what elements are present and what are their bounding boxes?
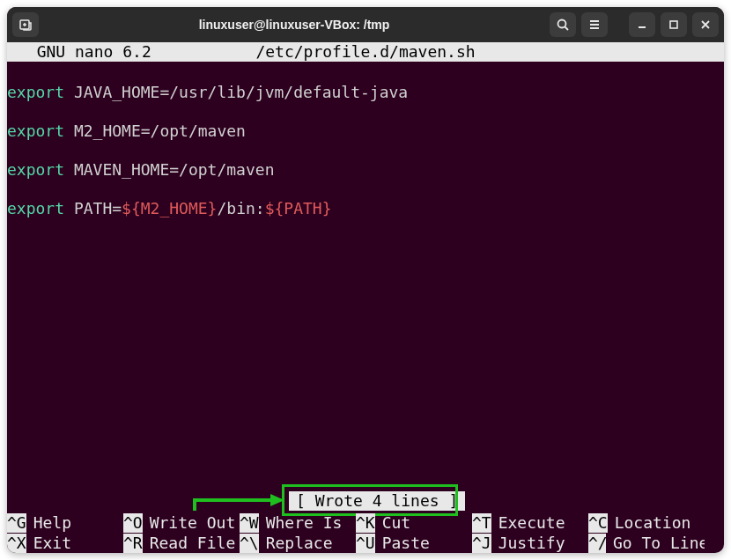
status-message: [ Wrote 4 lines ] — [289, 491, 465, 511]
shortcut-where-is[interactable]: ^WWhere Is — [240, 512, 356, 533]
shortcut-location[interactable]: ^CLocation — [588, 512, 705, 533]
status-row: [ Wrote 4 lines ] — [7, 491, 724, 512]
new-tab-button[interactable] — [12, 12, 39, 37]
nano-header: GNU nano 6.2 /etc/profile.d/maven.sh GNU… — [7, 42, 724, 62]
shortcut-justify[interactable]: ^JJustify — [472, 533, 588, 553]
shortcut-label: Justify — [491, 534, 565, 553]
shortcut-label: Paste — [375, 534, 430, 553]
shortcut-key: ^W — [240, 513, 259, 533]
shortcut-key: ^J — [472, 534, 491, 553]
shortcut-label: Execute — [491, 513, 565, 533]
shortcut-key: ^C — [588, 513, 608, 533]
close-button[interactable] — [692, 12, 719, 37]
shortcut-exit[interactable]: ^XExit — [7, 533, 123, 553]
shortcut-key: ^X — [7, 534, 26, 553]
shortcut-read-file[interactable]: ^RRead File — [123, 533, 240, 553]
terminal-window: linuxuser@linuxuser-VBox: /tmp — [7, 7, 724, 553]
shortcut-key: ^R — [123, 534, 143, 553]
titlebar: linuxuser@linuxuser-VBox: /tmp — [7, 7, 724, 42]
shortcut-key: ^G — [7, 513, 26, 533]
shortcut-key: ^K — [356, 513, 375, 533]
shortcut-help[interactable]: ^GHelp — [7, 512, 123, 533]
shortcut-label: Read File — [143, 534, 236, 553]
shortcut-key: ^O — [123, 513, 143, 533]
svg-point-1 — [558, 20, 566, 28]
shortcut-replace[interactable]: ^\Replace — [240, 533, 356, 553]
shortcut-paste[interactable]: ^UPaste — [356, 533, 472, 553]
shortcut-label: Cut — [375, 513, 411, 533]
window-title: linuxuser@linuxuser-VBox: /tmp — [39, 18, 550, 32]
maximize-button[interactable] — [661, 12, 687, 37]
nano-shortcuts: ^GHelp^OWrite Out^WWhere Is^KCut^TExecut… — [7, 512, 724, 553]
shortcut-label: Location — [608, 513, 691, 533]
code-line: export M2_HOME=/opt/maven — [7, 122, 724, 141]
shortcut-label: Go To Line — [606, 534, 705, 553]
shortcut-write-out[interactable]: ^OWrite Out — [123, 512, 240, 533]
code-line: export MAVEN_HOME=/opt/maven — [7, 160, 724, 180]
file-contents[interactable]: export JAVA_HOME=/usr/lib/jvm/default-ja… — [7, 62, 724, 257]
shortcut-label: Exit — [26, 534, 71, 553]
shortcut-label: Write Out — [143, 513, 236, 533]
shortcut-label: Replace — [259, 534, 333, 553]
nano-editor[interactable]: GNU nano 6.2 /etc/profile.d/maven.sh GNU… — [7, 42, 724, 553]
shortcut-key: ^U — [356, 534, 375, 553]
code-line: export JAVA_HOME=/usr/lib/jvm/default-ja… — [7, 83, 724, 102]
shortcut-label: Help — [26, 513, 71, 533]
shortcut-key: ^T — [472, 513, 491, 533]
minimize-button[interactable] — [629, 12, 655, 37]
shortcut-key: ^\ — [240, 534, 259, 553]
shortcut-go-to-line[interactable]: ^/Go To Line — [588, 533, 705, 553]
nano-file-path: /etc/profile.d/maven.sh — [151, 42, 580, 62]
nano-app-label: GNU nano 6.2 — [18, 42, 151, 62]
shortcut-label: Where Is — [259, 513, 343, 533]
menu-button[interactable] — [581, 12, 608, 37]
shortcut-cut[interactable]: ^KCut — [356, 512, 472, 533]
shortcut-key: ^/ — [588, 534, 606, 553]
code-line: export PATH=${M2_HOME}/bin:${PATH} — [7, 199, 724, 218]
svg-rect-2 — [670, 21, 677, 28]
search-button[interactable] — [550, 12, 576, 37]
shortcut-execute[interactable]: ^TExecute — [472, 512, 588, 533]
